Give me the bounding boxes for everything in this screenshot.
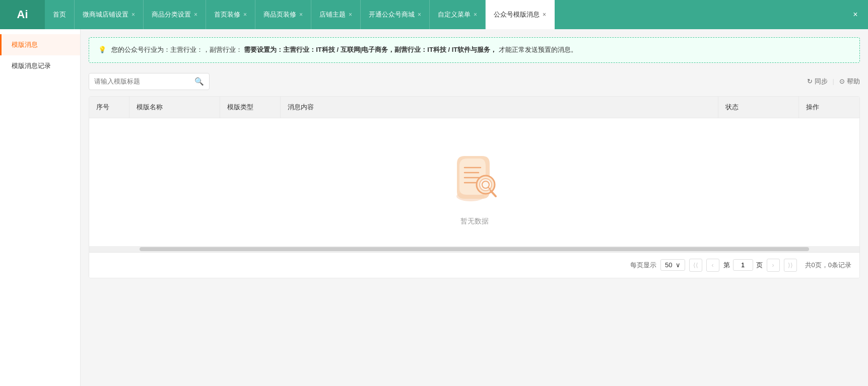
app-logo: Ai (0, 0, 45, 29)
help-label: 帮助 (847, 77, 860, 86)
nav-tab-template-message[interactable]: 公众号模版消息× (486, 0, 555, 29)
toolbar-divider: | (833, 78, 834, 85)
nav-tab-close-homepage-decoration[interactable]: × (243, 11, 247, 18)
data-table: 序号模版名称模版类型消息内容状态操作 (89, 96, 860, 278)
page-label: 第 (723, 261, 730, 270)
nav-tab-open-mall[interactable]: 开通公众号商城× (361, 0, 430, 29)
horizontal-scrollbar[interactable] (89, 246, 859, 252)
nav-tab-product-decoration[interactable]: 商品页装修× (255, 0, 311, 29)
nav-tab-home[interactable]: 首页 (45, 0, 75, 29)
table-header-模版名称: 模版名称 (129, 97, 220, 118)
nav-tab-shop-theme[interactable]: 店铺主题× (311, 0, 361, 29)
nav-tab-close-wshop-settings[interactable]: × (131, 11, 135, 18)
nav-tab-close-shop-theme[interactable]: × (349, 11, 352, 18)
nav-tab-category-settings[interactable]: 商品分类设置× (144, 0, 206, 29)
notice-banner: 💡 您的公众号行业为：主营行业：，副营行业： 需要设置为：主营行业：IT科技 /… (89, 37, 860, 63)
page-size-value: 50 (665, 261, 672, 269)
total-info: 共0页，0条记录 (805, 261, 851, 270)
nav-tab-close-category-settings[interactable]: × (194, 11, 197, 18)
nav-tabs-container: 首页微商城店铺设置×商品分类设置×首页装修×商品页装修×店铺主题×开通公众号商城… (45, 0, 843, 29)
table-header-模版类型: 模版类型 (220, 97, 281, 118)
help-button[interactable]: ⊙ 帮助 (839, 77, 860, 86)
content-area: 💡 您的公众号行业为：主营行业：，副营行业： 需要设置为：主营行业：IT科技 /… (81, 29, 868, 386)
search-input[interactable] (89, 74, 189, 89)
page-input-wrap: 第 页 (723, 259, 763, 271)
empty-illustration (444, 148, 505, 209)
notice-text-after: 才能正常发送预置的消息。 (499, 46, 577, 53)
nav-tab-close-custom-menu[interactable]: × (474, 11, 477, 18)
search-box: 🔍 (89, 73, 210, 90)
notice-icon: 💡 (98, 46, 106, 53)
toolbar: 🔍 ↻ 同步 | ⊙ 帮助 (89, 73, 860, 90)
sidebar-item-template-message-log[interactable]: 模版消息记录 (0, 55, 80, 76)
page-size-select[interactable]: 50 ∨ (660, 259, 685, 271)
notice-text-before: 您的公众号行业为：主营行业：，副营行业： (111, 46, 242, 53)
sidebar-item-template-message[interactable]: 模版消息 (0, 34, 80, 55)
notice-highlight: 需要设置为：主营行业：IT科技 / 互联网|电子商务，副营行业：IT科技 / I… (244, 46, 497, 53)
top-navigation: Ai 首页微商城店铺设置×商品分类设置×首页装修×商品页装修×店铺主题×开通公众… (0, 0, 868, 29)
svg-line-7 (491, 191, 496, 196)
table-header-操作: 操作 (799, 97, 859, 118)
page-number-input[interactable] (733, 259, 753, 271)
sidebar: 模版消息模版消息记录 (0, 29, 81, 386)
help-icon: ⊙ (839, 78, 845, 85)
scrollbar-thumb[interactable] (140, 247, 809, 251)
nav-tab-close-template-message[interactable]: × (543, 11, 546, 18)
nav-tab-close-open-mall[interactable]: × (418, 11, 421, 18)
prev-page-button[interactable]: ‹ (706, 259, 719, 272)
table-header-序号: 序号 (89, 97, 129, 118)
pagination: 每页显示 50 ∨ ⟨⟨ ‹ 第 页 › ⟩⟩ 共0页，0条记录 (89, 252, 859, 278)
sync-icon: ↻ (807, 78, 813, 85)
nav-tab-close-product-decoration[interactable]: × (299, 11, 303, 18)
sync-button[interactable]: ↻ 同步 (807, 77, 828, 86)
empty-state: 暂无数据 (89, 118, 859, 246)
nav-tab-homepage-decoration[interactable]: 首页装修× (206, 0, 255, 29)
table-header-消息内容: 消息内容 (281, 97, 718, 118)
page-size-chevron: ∨ (676, 261, 681, 269)
empty-text: 暂无数据 (460, 217, 489, 226)
main-layout: 模版消息模版消息记录 💡 您的公众号行业为：主营行业：，副营行业： 需要设置为：… (0, 29, 868, 386)
last-page-button[interactable]: ⟩⟩ (784, 259, 797, 272)
sync-label: 同步 (815, 77, 828, 86)
page-unit: 页 (756, 261, 763, 270)
table-header-状态: 状态 (718, 97, 799, 118)
toolbar-right: ↻ 同步 | ⊙ 帮助 (807, 77, 860, 86)
table-header: 序号模版名称模版类型消息内容状态操作 (89, 97, 859, 118)
nav-tab-wshop-settings[interactable]: 微商城店铺设置× (75, 0, 144, 29)
first-page-button[interactable]: ⟨⟨ (689, 259, 702, 272)
next-page-button[interactable]: › (767, 259, 780, 272)
per-page-label: 每页显示 (630, 261, 656, 270)
search-button[interactable]: 🔍 (189, 73, 209, 90)
nav-tab-custom-menu[interactable]: 自定义菜单× (430, 0, 486, 29)
global-close-button[interactable]: × (843, 0, 868, 29)
